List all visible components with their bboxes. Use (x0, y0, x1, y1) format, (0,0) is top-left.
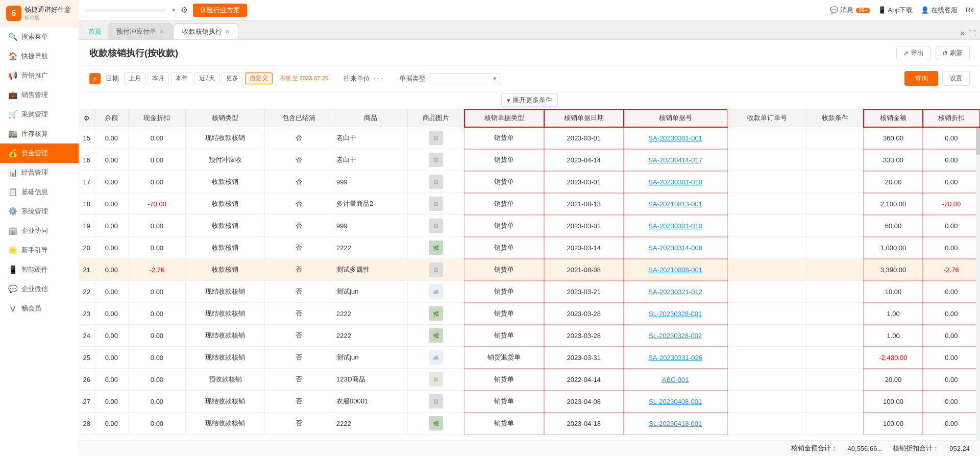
td-doc-no[interactable]: SA-20230301-010 (624, 171, 727, 193)
td-doc-no[interactable]: SA-20230321-012 (624, 281, 727, 303)
td-writeoff-type: 现结收款核销 (185, 325, 265, 347)
doc-type-select[interactable] (429, 73, 500, 84)
industry-btn[interactable]: 休验行业方案 (193, 4, 247, 17)
logo-icon: 6 (6, 6, 21, 21)
message-area[interactable]: 💬 消息 99+ (830, 6, 870, 15)
table-row: 28 0.00 0.00 现结收款核销 否 2222 🌿 销货单 2023-04… (79, 413, 980, 435)
sidebar-item-guide[interactable]: 🌟新手引导 (0, 241, 79, 260)
td-doc-date: 2023-03-21 (544, 281, 624, 303)
export-button[interactable]: ↗ 导出 (896, 46, 930, 60)
td-doc-no[interactable]: SL-20230328-001 (624, 303, 727, 325)
td-goods-img: 🖼 (408, 391, 464, 413)
td-amount: 1.00 (864, 303, 923, 325)
td-discount: -70.00 (129, 193, 185, 215)
sidebar-item-marketing[interactable]: 📢营销推广 (0, 66, 79, 85)
btn-last-7days[interactable]: 近7天 (194, 73, 219, 84)
setting-button[interactable]: 设置 (942, 71, 970, 86)
tab-writeoff[interactable]: 收款核销执行 ✕ (174, 23, 238, 39)
sidebar-icon-vip: V (8, 304, 17, 313)
sidebar-item-system[interactable]: ⚙️系统管理 (0, 202, 79, 221)
sidebar-nav: 🔍搜索菜单🏠快捷导航📢营销推广💼销售管理🛒采购管理🏬库存核算💰资金管理📊经营管理… (0, 27, 79, 318)
sidebar-item-hardware[interactable]: 📱智能硬件 (0, 260, 79, 279)
td-doc-type: 销货单 (464, 149, 544, 171)
tab-prepay[interactable]: 预付冲应付单 ✕ (108, 23, 173, 39)
btn-this-month[interactable]: 本月 (148, 73, 169, 84)
td-row-no: 22 (79, 281, 94, 303)
td-discount: 0.00 (129, 369, 185, 391)
expand-more-btn[interactable]: ▾ 展开更多条件 (501, 93, 558, 107)
maximize-icon[interactable]: ⛶ (969, 30, 976, 37)
td-doc-no[interactable]: SA-20210808-001 (624, 259, 727, 281)
sidebar-item-search[interactable]: 🔍搜索菜单 (0, 27, 79, 46)
table-wrapper[interactable]: ⚙ 余额 现金折扣 核销类型 包含已结清 商品 商品图片 核销单据类型 核销单据… (79, 109, 980, 436)
td-order-no (727, 127, 807, 149)
sidebar-item-sales[interactable]: 💼销售管理 (0, 85, 79, 105)
td-writeoff-type: 收款核销 (185, 171, 265, 193)
user-name[interactable]: Rit (966, 6, 974, 14)
td-settled: 否 (265, 259, 333, 281)
td-goods-img: 🖼 (408, 215, 464, 237)
close-window-icon[interactable]: ✕ (960, 30, 965, 37)
td-doc-no[interactable]: SL-20230328-002 (624, 325, 727, 347)
sidebar-item-quicknav[interactable]: 🏠快捷导航 (0, 46, 79, 66)
sidebar-item-finance[interactable]: 💰资金管理 (0, 143, 79, 163)
td-order-no (727, 303, 807, 325)
td-doc-no[interactable]: SA-20210813-001 (624, 193, 727, 215)
td-doc-no[interactable]: SA-20230414-017 (624, 149, 727, 171)
sidebar-label-wechat: 企业微信 (21, 284, 48, 294)
td-balance: 0.00 (94, 215, 129, 237)
btn-custom-date[interactable]: 自定义 (245, 73, 273, 84)
sidebar-item-operations[interactable]: 📊经营管理 (0, 163, 79, 182)
td-doc-no[interactable]: SA-20230301-010 (624, 215, 727, 237)
sidebar-item-wechat[interactable]: 💬企业微信 (0, 279, 79, 299)
btn-more-dates[interactable]: 更多 (222, 73, 243, 84)
td-order-no (727, 347, 807, 369)
td-order-no (727, 171, 807, 193)
td-row-no: 26 (79, 369, 94, 391)
td-doc-no[interactable]: ABC-001 (624, 369, 727, 391)
td-writeoff-type: 现结收款核销 (185, 413, 265, 435)
td-amount: 1.00 (864, 325, 923, 347)
sidebar-item-vip[interactable]: V畅会员 (0, 299, 79, 318)
sidebar-item-purchase[interactable]: 🛒采购管理 (0, 105, 79, 124)
td-doc-type: 销货退货单 (464, 347, 544, 369)
td-discount: 0.00 (129, 347, 185, 369)
btn-last-month[interactable]: 上月 (124, 73, 145, 84)
query-button[interactable]: 查询 (904, 71, 938, 86)
th-balance: 余额 (94, 109, 129, 127)
td-goods-img: 🌿 (408, 325, 464, 347)
sidebar-item-inventory[interactable]: 🏬库存核算 (0, 124, 79, 143)
td-doc-no[interactable]: SA-20230314-008 (624, 237, 727, 259)
td-balance: 0.00 (94, 325, 129, 347)
export-icon: ↗ (903, 50, 909, 57)
td-amount: 100.00 (864, 413, 923, 435)
td-doc-no[interactable]: SA-20230301-001 (624, 127, 727, 149)
table-row: 25 0.00 0.00 现结收款核销 否 测试jun 🏙 销货退货单 2023… (79, 347, 980, 369)
vertical-scrollbar[interactable] (976, 109, 980, 441)
tab-close-prepay[interactable]: ✕ (159, 29, 164, 35)
refresh-button[interactable]: ↺ 刷新 (936, 46, 970, 60)
td-writeoff-discount: 0.00 (923, 149, 979, 171)
sidebar-item-basic[interactable]: 📋基础信息 (0, 182, 79, 202)
td-balance: 0.00 (94, 303, 129, 325)
table-row: 17 0.00 0.00 收款核销 否 999 🖼 销货单 2023-03-01… (79, 171, 980, 193)
filter-expand-btn[interactable]: » (89, 73, 101, 84)
sidebar-item-enterprise[interactable]: 🏢企业协同 (0, 221, 79, 241)
td-doc-no[interactable]: SL-20230418-001 (624, 413, 727, 435)
td-doc-no[interactable]: SA-20230331-026 (624, 347, 727, 369)
td-doc-no[interactable]: SL-20230408-001 (624, 391, 727, 413)
gear-icon[interactable]: ⚙ (181, 5, 188, 15)
page-content: 收款核销执行(按收款) ↗ 导出 ↺ 刷新 » 日期 上月 本月 本年 近7天 (79, 40, 980, 456)
tab-home[interactable]: 首页 (83, 24, 107, 39)
td-row-no: 19 (79, 215, 94, 237)
online-service[interactable]: 👤 在线客服 (921, 6, 958, 15)
td-goods-img: 🖼 (408, 127, 464, 149)
goods-image: 🖼 (429, 131, 443, 145)
th-amount: 核销金额 (864, 109, 923, 127)
btn-this-year[interactable]: 本年 (171, 73, 192, 84)
chevron-down-icon[interactable]: ▾ (172, 6, 176, 14)
sidebar-label-marketing: 营销推广 (21, 71, 48, 80)
sidebar-icon-wechat: 💬 (8, 284, 17, 294)
tab-close-writeoff[interactable]: ✕ (225, 29, 230, 35)
app-download[interactable]: 📱 App下载 (878, 6, 913, 15)
